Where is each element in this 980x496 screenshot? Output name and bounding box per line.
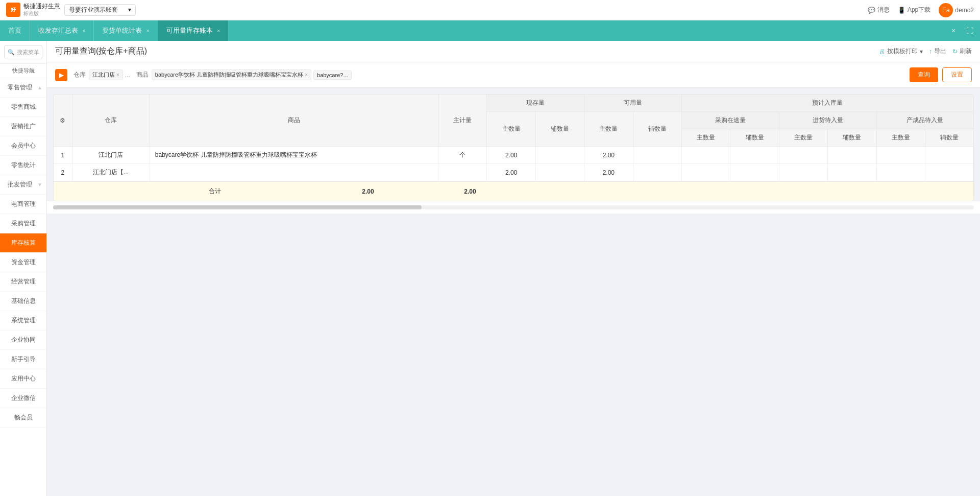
cell-unit: 个 bbox=[438, 147, 486, 164]
cell-warehouse: 江北门店 bbox=[72, 147, 150, 164]
product-filter-tags: babycare学饮杯 儿童防摔防撞吸管杯重力球吸嘴杯宝宝水杯 × babyca… bbox=[152, 69, 352, 80]
quick-nav-label: 快捷导航 bbox=[12, 67, 35, 74]
warehouse-tag[interactable]: 江北门店 × bbox=[89, 69, 123, 80]
th-production: 产成品待入量 bbox=[876, 112, 973, 129]
page-actions: 🖨 按模板打印 ▾ ↑ 导出 ↻ 刷新 bbox=[879, 47, 972, 56]
sidebar-item-retail-stats[interactable]: 零售统计 bbox=[0, 156, 46, 175]
top-bar: 好 畅捷通好生意 标准版 母婴行业演示账套 ▾ 💬 消息 📱 App下载 Ea … bbox=[0, 0, 980, 20]
sidebar-item-app-center[interactable]: 应用中心 bbox=[0, 369, 46, 389]
th-current-aux-qty: 辅数量 bbox=[535, 112, 584, 147]
export-btn[interactable]: ↑ 导出 bbox=[929, 47, 946, 56]
sidebar-item-enterprise[interactable]: 企业协同 bbox=[0, 330, 46, 350]
cell-purchase-aux bbox=[730, 164, 779, 181]
sidebar-item-retail-stats-label: 零售统计 bbox=[11, 161, 36, 170]
sidebar-item-wechat-biz-label: 企业微信 bbox=[11, 394, 36, 403]
quick-nav-btn[interactable]: 快捷导航 bbox=[0, 64, 46, 78]
setting-button[interactable]: 设置 bbox=[942, 67, 972, 82]
sidebar-item-marketing[interactable]: 营销推广 bbox=[0, 117, 46, 136]
fullscreen-btn[interactable]: ⛶ bbox=[964, 25, 976, 37]
sidebar-item-wholesale-mgmt[interactable]: 批发管理 ▼ bbox=[0, 175, 46, 195]
cell-production-aux bbox=[925, 147, 973, 164]
tab-receipt-summary-label: 收发存汇总表 bbox=[38, 26, 78, 35]
cell-incoming-main bbox=[779, 147, 827, 164]
sidebar-item-purchase-mgmt[interactable]: 采购管理 bbox=[0, 214, 46, 233]
sidebar-item-retail-shop[interactable]: 零售商城 bbox=[0, 98, 46, 117]
refresh-btn[interactable]: ↻ 刷新 bbox=[952, 47, 972, 56]
search-menu-btn[interactable]: 🔍 搜索菜单 bbox=[4, 45, 42, 59]
sidebar-item-finance[interactable]: 资金管理 bbox=[0, 253, 46, 272]
top-bar-left: 好 畅捷通好生意 标准版 母婴行业演示账套 ▾ bbox=[6, 3, 136, 17]
filter-bar: ▶ 仓库 江北门店 × ... 商品 babycare学饮杯 儿童防摔防撞吸管杯… bbox=[47, 62, 980, 88]
logo-area: 好 畅捷通好生意 标准版 bbox=[6, 3, 60, 17]
product-tag-2-value: babycare?... bbox=[317, 72, 348, 78]
tab-home[interactable]: 首页 bbox=[0, 20, 30, 41]
message-icon: 💬 bbox=[868, 7, 875, 14]
cell-unit bbox=[438, 164, 486, 181]
tab-receipt-summary-close[interactable]: × bbox=[82, 28, 85, 34]
expand-icon: ▶ bbox=[59, 72, 64, 79]
query-button[interactable]: 查询 bbox=[910, 67, 938, 82]
export-icon: ↑ bbox=[929, 48, 932, 55]
warehouse-filter-more[interactable]: ... bbox=[125, 72, 130, 79]
tab-receipt-summary[interactable]: 收发存汇总表 × bbox=[30, 20, 94, 41]
warehouse-filter-group: 仓库 江北门店 × ... bbox=[74, 69, 130, 80]
sidebar-item-finance-label: 资金管理 bbox=[11, 258, 36, 267]
horizontal-scroll-area[interactable] bbox=[47, 201, 980, 214]
product-tag-1-value: babycare学饮杯 儿童防摔防撞吸管杯重力球吸嘴杯宝宝水杯 bbox=[155, 71, 303, 79]
sidebar-item-system-mgmt[interactable]: 系统管理 bbox=[0, 311, 46, 330]
page-header: 可用量查询(按仓库+商品) 🖨 按模板打印 ▾ ↑ 导出 ↻ 刷新 bbox=[47, 41, 980, 62]
close-all-tabs-btn[interactable]: × bbox=[947, 25, 960, 37]
sidebar-item-member-center[interactable]: 会员中心 bbox=[0, 136, 46, 156]
sidebar-item-vip-label: 畅会员 bbox=[14, 413, 33, 422]
search-icon: 🔍 bbox=[8, 49, 15, 56]
industry-selector[interactable]: 母婴行业演示账套 ▾ bbox=[64, 4, 136, 16]
sidebar-item-ecommerce[interactable]: 电商管理 bbox=[0, 195, 46, 214]
sidebar-item-ecommerce-label: 电商管理 bbox=[11, 200, 36, 208]
tab-available-stock-close[interactable]: × bbox=[217, 28, 220, 34]
warehouse-tag-close-icon[interactable]: × bbox=[116, 72, 119, 78]
sidebar-item-wholesale-mgmt-label: 批发管理 bbox=[4, 180, 36, 189]
avatar: Ea bbox=[939, 3, 953, 17]
sidebar-item-vip[interactable]: 畅会员 bbox=[0, 408, 46, 428]
sidebar-item-operations[interactable]: 经营管理 bbox=[0, 272, 46, 292]
th-purchase-on-way: 采购在途量 bbox=[681, 112, 779, 129]
logo-icon: 好 bbox=[6, 3, 20, 17]
th-production-aux: 辅数量 bbox=[925, 129, 973, 147]
message-btn[interactable]: 💬 消息 bbox=[868, 6, 890, 14]
sidebar-item-newbie[interactable]: 新手引导 bbox=[0, 350, 46, 369]
filter-actions: 查询 设置 bbox=[910, 67, 972, 82]
top-bar-right: 💬 消息 📱 App下载 Ea demo2 bbox=[868, 3, 974, 17]
app-download-btn[interactable]: 📱 App下载 bbox=[898, 6, 930, 14]
sidebar-item-inventory[interactable]: 库存核算 bbox=[0, 233, 46, 253]
user-profile[interactable]: Ea demo2 bbox=[939, 3, 974, 17]
sidebar-item-enterprise-label: 企业协同 bbox=[11, 336, 36, 344]
footer-available-main: 2.00 bbox=[445, 188, 496, 195]
tab-order-stats-close[interactable]: × bbox=[146, 28, 149, 34]
product-tag-1-close-icon[interactable]: × bbox=[305, 72, 308, 78]
tab-available-stock[interactable]: 可用量库存账本 × bbox=[158, 20, 229, 41]
print-label: 按模板打印 bbox=[887, 47, 918, 56]
sidebar-item-retail-mgmt[interactable]: 零售管理 ▲ bbox=[0, 78, 46, 98]
tab-order-stats-label: 要货单统计表 bbox=[102, 26, 142, 35]
print-btn[interactable]: 🖨 按模板打印 ▾ bbox=[879, 47, 923, 56]
th-current-stock: 现存量 bbox=[487, 95, 584, 112]
app-edition: 标准版 bbox=[23, 10, 60, 17]
cell-available-aux bbox=[633, 147, 681, 164]
cell-incoming-aux bbox=[828, 147, 876, 164]
cell-current-main: 2.00 bbox=[487, 147, 535, 164]
tab-order-stats[interactable]: 要货单统计表 × bbox=[94, 20, 158, 41]
data-table: ⚙ 仓库 商品 主计量 现存量 可用量 预计入库量 主数量 辅数量 主数量 辅数… bbox=[54, 95, 973, 181]
sidebar-item-wechat-biz[interactable]: 企业微信 bbox=[0, 389, 46, 408]
expand-filter-btn[interactable]: ▶ bbox=[55, 69, 67, 81]
cell-current-main: 2.00 bbox=[487, 164, 535, 181]
nav-controls: × ⛶ bbox=[947, 25, 980, 37]
sidebar-item-basic-info[interactable]: 基础信息 bbox=[0, 292, 46, 311]
th-settings[interactable]: ⚙ bbox=[54, 95, 72, 147]
cell-available-aux bbox=[633, 164, 681, 181]
message-label: 消息 bbox=[877, 6, 890, 14]
sidebar-item-operations-label: 经营管理 bbox=[11, 277, 36, 286]
content-area: 可用量查询(按仓库+商品) 🖨 按模板打印 ▾ ↑ 导出 ↻ 刷新 bbox=[47, 41, 980, 496]
cell-product bbox=[150, 164, 438, 181]
product-tag-1[interactable]: babycare学饮杯 儿童防摔防撞吸管杯重力球吸嘴杯宝宝水杯 × bbox=[152, 69, 311, 80]
product-tag-2[interactable]: babycare?... bbox=[313, 70, 352, 80]
